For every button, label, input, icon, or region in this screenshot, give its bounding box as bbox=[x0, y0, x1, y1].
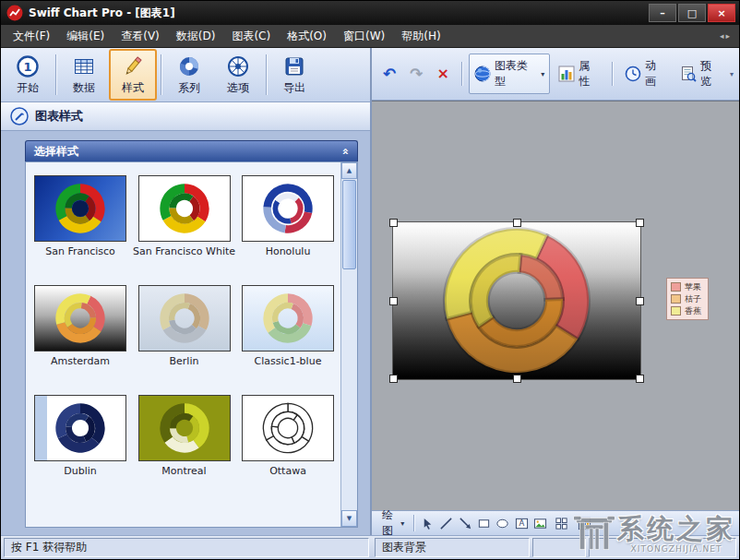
selection-handle[interactable] bbox=[389, 297, 398, 305]
selection-handle[interactable] bbox=[513, 375, 521, 383]
undo-button[interactable]: ↶ bbox=[377, 62, 401, 87]
chart-toolbar: ↶ ↷ × 图表类型 ▾ 属性 bbox=[372, 48, 739, 101]
scrollbar-thumb[interactable] bbox=[342, 180, 356, 269]
ribbon-start-button[interactable]: 1 开始 bbox=[4, 49, 52, 101]
ellipse-tool-icon[interactable] bbox=[495, 514, 511, 533]
selection-handle[interactable] bbox=[636, 219, 644, 227]
selection-handle[interactable] bbox=[389, 219, 398, 227]
menu-bar: 文件(F) 编辑(E) 查看(V) 数据(D) 图表(C) 格式(O) 窗口(W… bbox=[1, 25, 739, 48]
status-panel bbox=[589, 538, 736, 557]
redo-button[interactable]: ↷ bbox=[404, 62, 428, 87]
delete-button[interactable]: × bbox=[432, 62, 455, 86]
ribbon-data-button[interactable]: 数据 bbox=[60, 49, 108, 101]
donut-chart[interactable] bbox=[441, 225, 592, 376]
menu-view[interactable]: 查看(V) bbox=[113, 26, 168, 47]
scroll-up-icon[interactable]: ▲ bbox=[341, 162, 357, 179]
redo-icon: ↷ bbox=[410, 66, 423, 82]
selection-handle[interactable] bbox=[636, 297, 644, 305]
style-item-san-francisco-white[interactable]: San Francisco White bbox=[133, 175, 235, 257]
collapse-chevron-icon[interactable]: » bbox=[339, 148, 352, 155]
menu-help[interactable]: 帮助(H) bbox=[393, 26, 448, 47]
style-thumbnail[interactable] bbox=[138, 395, 231, 461]
donut-preview bbox=[159, 402, 210, 454]
style-list-scrollbar[interactable]: ▲ ▼ bbox=[340, 162, 357, 527]
legend-item: 苹果 bbox=[671, 282, 704, 292]
rectangle-tool-icon[interactable] bbox=[475, 514, 492, 533]
app-logo-icon bbox=[6, 5, 23, 21]
window-title: Swiff Chart Pro - [图表1] bbox=[29, 6, 175, 21]
style-thumbnail[interactable] bbox=[34, 175, 126, 242]
selection-handle[interactable] bbox=[636, 375, 644, 383]
textbox-tool-icon[interactable]: A bbox=[513, 514, 530, 533]
minimize-button[interactable]: – bbox=[649, 4, 676, 22]
ribbon-series-button[interactable]: 系列 bbox=[165, 49, 213, 101]
style-item-classic1-blue[interactable]: Classic1-blue bbox=[241, 285, 335, 367]
arrow-tool-icon[interactable] bbox=[457, 514, 473, 533]
animation-button[interactable]: 动画 bbox=[619, 54, 672, 94]
ribbon-start-label: 开始 bbox=[17, 80, 39, 96]
preview-label: 预览 bbox=[700, 58, 722, 89]
series-donut-icon bbox=[177, 54, 201, 78]
menu-overflow-icon[interactable]: ◂▸ bbox=[720, 31, 739, 41]
donut-preview bbox=[262, 292, 314, 344]
main-toolbar: 1 开始 数据 样式 bbox=[1, 48, 370, 102]
style-thumbnail[interactable] bbox=[242, 285, 334, 351]
preview-icon bbox=[680, 66, 697, 82]
style-item-dublin[interactable]: Dublin bbox=[33, 395, 127, 477]
style-pencil-icon bbox=[121, 54, 145, 78]
ribbon-export-button[interactable]: 导出 bbox=[270, 49, 318, 101]
selection-handle[interactable] bbox=[513, 219, 521, 227]
style-item-montreal[interactable]: Montreal bbox=[133, 395, 235, 477]
menu-file[interactable]: 文件(F) bbox=[5, 26, 58, 47]
style-item-ottawa[interactable]: Ottawa bbox=[241, 395, 335, 477]
chart-type-button[interactable]: 图表类型 ▾ bbox=[469, 54, 550, 94]
legend-swatch bbox=[671, 282, 681, 292]
ribbon-style-button[interactable]: 样式 bbox=[109, 49, 157, 101]
menu-window[interactable]: 窗口(W) bbox=[335, 26, 393, 47]
style-item-berlin[interactable]: Berlin bbox=[133, 285, 235, 367]
maximize-button[interactable]: □ bbox=[678, 4, 706, 22]
menu-format[interactable]: 格式(O) bbox=[279, 26, 335, 47]
chart-frame-tool-icon[interactable] bbox=[574, 514, 595, 533]
menu-data[interactable]: 数据(D) bbox=[168, 26, 224, 47]
close-button[interactable]: × bbox=[708, 4, 735, 22]
toolbar-overflow-icon[interactable]: ▾ bbox=[730, 70, 734, 78]
scrollbar-track[interactable] bbox=[341, 179, 357, 510]
chart-object[interactable] bbox=[392, 221, 641, 380]
ribbon-style-label: 样式 bbox=[122, 80, 144, 96]
style-thumbnail[interactable] bbox=[242, 175, 334, 242]
scroll-down-icon[interactable]: ▼ bbox=[341, 510, 357, 527]
menu-edit[interactable]: 编辑(E) bbox=[58, 26, 113, 47]
style-thumbnail[interactable] bbox=[242, 395, 334, 461]
style-label: Ottawa bbox=[269, 465, 306, 477]
image-tool-icon[interactable] bbox=[532, 514, 549, 533]
style-thumbnail[interactable] bbox=[138, 285, 231, 351]
style-item-san-francisco[interactable]: San Francisco bbox=[33, 175, 127, 257]
donut-preview bbox=[54, 183, 106, 234]
animation-clock-icon bbox=[625, 66, 641, 82]
select-style-section-header[interactable]: 选择样式 » bbox=[25, 140, 358, 161]
style-thumbnail[interactable] bbox=[34, 285, 126, 351]
status-bar: 按 F1 获得帮助 图表背景 bbox=[1, 535, 739, 559]
grid-tool-icon[interactable] bbox=[551, 514, 572, 533]
style-thumbnail[interactable] bbox=[138, 175, 231, 242]
chart-canvas[interactable]: 苹果 桔子 香蕉 bbox=[372, 101, 739, 510]
properties-button[interactable]: 属性 bbox=[553, 54, 605, 94]
line-tool-icon[interactable] bbox=[437, 514, 454, 533]
style-thumbnail[interactable] bbox=[34, 395, 126, 461]
menu-chart[interactable]: 图表(C) bbox=[223, 26, 279, 47]
preview-button[interactable]: 预览 bbox=[674, 54, 727, 94]
legend-label: 桔子 bbox=[685, 295, 701, 304]
legend-label: 香蕉 bbox=[685, 307, 701, 316]
style-item-honolulu[interactable]: Honolulu bbox=[241, 175, 335, 257]
style-item-amsterdam[interactable]: Amsterdam bbox=[33, 285, 127, 367]
ribbon-options-button[interactable]: 选项 bbox=[214, 49, 262, 101]
properties-label: 属性 bbox=[579, 58, 600, 89]
legend-item: 桔子 bbox=[671, 294, 704, 304]
selection-handle[interactable] bbox=[389, 375, 398, 383]
select-tool-icon[interactable] bbox=[419, 514, 436, 533]
donut-preview bbox=[159, 292, 210, 344]
chart-legend[interactable]: 苹果 桔子 香蕉 bbox=[666, 278, 709, 320]
legend-swatch bbox=[671, 294, 681, 304]
ribbon-export-label: 导出 bbox=[283, 80, 305, 96]
